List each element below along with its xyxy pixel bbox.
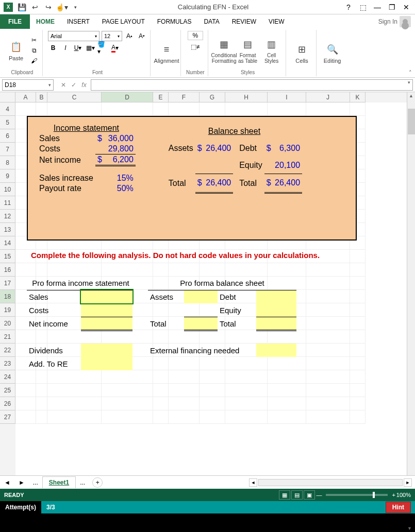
rowhdr-10[interactable]: 10 [0, 183, 15, 196]
view-normal-icon[interactable]: ▦ [279, 490, 290, 500]
rowhdr-27[interactable]: 27 [0, 410, 15, 424]
rowhdr-5[interactable]: 5 [0, 116, 15, 129]
excel-app-icon[interactable]: X [2, 2, 14, 13]
touch-mode-icon[interactable]: ☝▾ [56, 2, 68, 13]
rowhdr-6[interactable]: 6 [0, 129, 15, 143]
cell-D22[interactable] [81, 344, 132, 357]
sheets-more[interactable]: ... [29, 479, 42, 486]
close-icon[interactable]: ✕ [401, 3, 412, 11]
tab-page-layout[interactable]: PAGE LAYOUT [96, 14, 151, 29]
rowhdr-21[interactable]: 21 [0, 330, 15, 344]
maximize-icon[interactable]: ❐ [386, 3, 397, 11]
hscroll-right-icon[interactable]: ► [404, 478, 412, 487]
tab-review[interactable]: REVIEW [226, 14, 262, 29]
cell-G18[interactable] [184, 290, 218, 303]
sheets-more-2[interactable]: ... [76, 479, 89, 486]
hint-button[interactable]: Hint [386, 502, 411, 513]
colhdr-B[interactable]: B [36, 92, 47, 102]
view-page-layout-icon[interactable]: ▤ [291, 490, 303, 500]
colhdr-J[interactable]: J [306, 92, 350, 102]
colhdr-A[interactable]: A [15, 92, 36, 102]
alignment-button[interactable]: ≡Alignment [156, 42, 177, 64]
sheet-tab-sheet1[interactable]: Sheet1 [42, 476, 76, 488]
cell-D20[interactable] [81, 317, 132, 330]
cell-D19[interactable] [81, 303, 132, 317]
rowhdr-17[interactable]: 17 [0, 277, 15, 290]
cells-button[interactable]: ⊞Cells [291, 42, 313, 64]
tab-home[interactable]: HOME [30, 14, 61, 29]
tab-view[interactable]: VIEW [262, 14, 291, 29]
number-format-icon[interactable]: ⬚≠ [190, 42, 201, 52]
font-name-select[interactable]: Arial▾ [48, 31, 99, 41]
grow-font-icon[interactable]: A▴ [124, 31, 135, 41]
fill-color-button[interactable]: 🪣▾ [97, 43, 108, 53]
cell-D23[interactable] [81, 357, 132, 370]
horizontal-scrollbar[interactable] [258, 479, 403, 486]
fx-icon[interactable]: fx [79, 81, 89, 89]
sheet-nav-next-icon[interactable]: ► [14, 479, 29, 486]
rowhdr-23[interactable]: 23 [0, 357, 15, 370]
format-painter-icon[interactable]: 🖌 [29, 56, 39, 65]
rowhdr-24[interactable]: 24 [0, 370, 15, 384]
colhdr-D[interactable]: D [102, 92, 153, 102]
rowhdr-13[interactable]: 13 [0, 223, 15, 236]
zoom-level[interactable]: 100% [396, 492, 411, 498]
rowhdr-20[interactable]: 20 [0, 317, 15, 330]
rowhdr-11[interactable]: 11 [0, 196, 15, 210]
undo-icon[interactable]: ↩ [29, 2, 41, 13]
font-size-select[interactable]: 12▾ [102, 31, 122, 41]
conditional-formatting-button[interactable]: ▦Conditional Formatting [213, 37, 235, 64]
enter-formula-icon[interactable]: ✓ [69, 81, 78, 89]
bold-button[interactable]: B [48, 43, 58, 53]
copy-icon[interactable]: ⧉ [29, 46, 39, 55]
scroll-thumb[interactable] [408, 109, 415, 134]
scroll-up-icon[interactable]: ▲ [407, 92, 415, 99]
rowhdr-16[interactable]: 16 [0, 263, 15, 277]
tab-file[interactable]: FILE [0, 14, 30, 29]
rowhdr-18[interactable]: 18 [0, 290, 15, 303]
rowhdr-19[interactable]: 19 [0, 303, 15, 317]
tab-formulas[interactable]: FORMULAS [151, 14, 198, 29]
tab-insert[interactable]: INSERT [61, 14, 96, 29]
colhdr-G[interactable]: G [200, 92, 225, 102]
select-all-corner[interactable] [0, 92, 15, 102]
zoom-slider[interactable] [326, 494, 388, 496]
hscroll-left-icon[interactable]: ◄ [249, 478, 257, 487]
help-icon[interactable]: ? [343, 3, 354, 11]
zoom-out-icon[interactable]: — [316, 492, 322, 498]
cell-J18[interactable] [256, 290, 296, 303]
save-icon[interactable]: 💾 [15, 2, 28, 13]
view-page-break-icon[interactable]: ▣ [304, 490, 315, 500]
vertical-scrollbar[interactable]: ▲ ▼ [407, 92, 415, 475]
formula-input[interactable]: ▾ [91, 79, 413, 91]
colhdr-C[interactable]: C [47, 92, 102, 102]
font-color-button[interactable]: A▾ [110, 43, 120, 53]
rowhdr-25[interactable]: 25 [0, 384, 15, 397]
cell-G20[interactable] [184, 317, 218, 330]
percent-button[interactable]: % [188, 31, 203, 40]
cut-icon[interactable]: ✂ [29, 36, 39, 45]
sign-in[interactable]: Sign In [374, 14, 415, 29]
rowhdr-7[interactable]: 7 [0, 143, 15, 156]
zoom-in-icon[interactable]: + [392, 492, 395, 498]
redo-icon[interactable]: ↪ [42, 2, 55, 13]
editing-button[interactable]: 🔍Editing [322, 42, 343, 64]
minimize-icon[interactable]: — [372, 3, 383, 11]
italic-button[interactable]: I [60, 43, 71, 53]
paste-button[interactable]: 📋Paste [5, 40, 27, 61]
qat-customize-icon[interactable]: ▾ [69, 2, 81, 13]
cell-D18[interactable] [81, 290, 132, 303]
shrink-font-icon[interactable]: A▾ [137, 31, 147, 41]
rowhdr-12[interactable]: 12 [0, 210, 15, 223]
add-sheet-button[interactable]: + [92, 477, 103, 488]
colhdr-F[interactable]: F [169, 92, 200, 102]
cell-J22[interactable] [256, 344, 296, 357]
cell-J20[interactable] [256, 317, 296, 330]
rowhdr-14[interactable]: 14 [0, 236, 15, 250]
colhdr-I[interactable]: I [268, 92, 306, 102]
ribbon-collapse-icon[interactable]: ˄ [409, 70, 412, 76]
cell-J19[interactable] [256, 303, 296, 317]
name-box[interactable]: D18▾ [2, 79, 54, 91]
sheet-nav-prev-icon[interactable]: ◄ [0, 479, 14, 486]
colhdr-E[interactable]: E [153, 92, 169, 102]
